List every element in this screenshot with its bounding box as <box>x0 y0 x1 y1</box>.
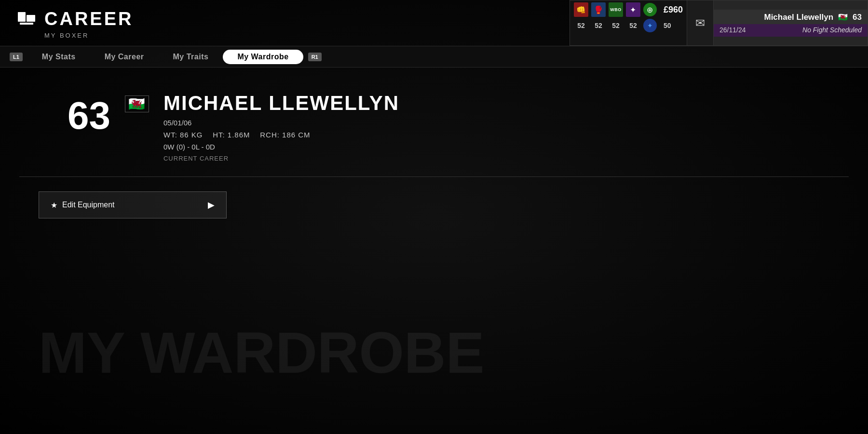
main-content: 63 🏴󠁧󠁢󠁷󠁬󠁳󠁿 MICHAEL LLEWELLYN 05/01/06 WT… <box>0 68 868 233</box>
career-logo-icon <box>14 7 39 31</box>
boxer-height: HT: 1.86M <box>213 131 250 139</box>
boxer-name: MICHAEL LLEWELLYN <box>163 92 399 115</box>
boxer-rating: 63 <box>68 96 110 135</box>
hud-money: £960 <box>664 5 683 15</box>
top-bar: CAREER MY BOXER 👊 🥊 WBO ✦ ⊕ £960 52 52 <box>0 0 868 46</box>
hud-val-2: 52 <box>591 22 606 29</box>
equipment-btn-left: ★ Edit Equipment <box>51 201 115 210</box>
boxer-weight: WT: 86 KG <box>163 131 203 139</box>
hud-player-block: Michael Llewellyn 🏴󠁧󠁢󠁷󠁬󠁳󠁿 63 26/11/24 No… <box>714 0 868 46</box>
edit-equipment-button[interactable]: ★ Edit Equipment ▶ <box>39 191 227 218</box>
rb-button[interactable]: R1 <box>308 53 322 61</box>
boxer-physical: WT: 86 KG HT: 1.86M RCH: 186 CM <box>163 131 399 139</box>
mail-icon: ✉ <box>695 16 705 30</box>
hud-icon-shield: 🥊 <box>591 2 606 17</box>
hud-icon-wbo: WBO <box>609 2 623 17</box>
boxer-info-group: MICHAEL LLEWELLYN 05/01/06 WT: 86 KG HT:… <box>163 92 399 162</box>
svg-rect-2 <box>20 23 33 25</box>
hud-icon-star-badge: ✦ <box>626 2 640 17</box>
my-boxer-label: MY BOXER <box>44 32 133 39</box>
boxer-record: 0W (0) - 0L - 0D <box>163 143 399 151</box>
player-name-row: Michael Llewellyn 🏴󠁧󠁢󠁷󠁬󠁳󠁿 63 <box>714 10 868 24</box>
boxer-reach: RCH: 186 CM <box>260 131 310 139</box>
svg-rect-1 <box>27 15 35 22</box>
mail-button[interactable]: ✉ <box>687 0 714 46</box>
logo-career: CAREER <box>14 7 133 31</box>
hud-icon-xp: ✦ <box>643 19 657 32</box>
lb-button[interactable]: L1 <box>10 53 23 61</box>
hud-val-1: 52 <box>574 22 588 29</box>
tab-my-stats[interactable]: My Stats <box>27 49 90 65</box>
hud-icon-coin: ⊕ <box>643 3 657 16</box>
bg-ghost-name: MY WARDROBE <box>39 319 485 386</box>
hud-val-4: 52 <box>626 22 640 29</box>
svg-rect-0 <box>18 12 26 22</box>
hud-cluster: 👊 🥊 WBO ✦ ⊕ £960 52 52 52 52 ✦ 50 <box>570 0 868 46</box>
chevron-right-icon: ▶ <box>208 200 215 210</box>
logo-area: CAREER MY BOXER <box>14 7 133 39</box>
player-date-row: 26/11/24 No Fight Scheduled <box>714 24 868 37</box>
player-flag: 🏴󠁧󠁢󠁷󠁬󠁳󠁿 <box>838 13 848 22</box>
tab-my-wardrobe[interactable]: My Wardrobe <box>223 50 303 64</box>
tab-my-career[interactable]: My Career <box>90 49 159 65</box>
star-icon: ★ <box>51 201 57 210</box>
boxer-flag: 🏴󠁧󠁢󠁷󠁬󠁳󠁿 <box>125 95 149 112</box>
no-fight-status: No Fight Scheduled <box>802 26 862 34</box>
player-hud-rating: 63 <box>853 13 862 22</box>
nav-tabs: L1 My Stats My Career My Traits My Wardr… <box>0 46 868 68</box>
equipment-btn-label: Edit Equipment <box>62 201 115 209</box>
career-title: CAREER <box>44 9 133 29</box>
hud-val-3: 52 <box>609 22 623 29</box>
hud-icon-fist: 👊 <box>574 2 588 17</box>
section-divider <box>19 176 849 177</box>
player-name: Michael Llewellyn <box>764 13 833 22</box>
hud-values-row: 52 52 52 52 ✦ 50 <box>574 19 683 32</box>
hud-icons-row: 👊 🥊 WBO ✦ ⊕ £960 <box>574 2 683 17</box>
hud-stats-block: 👊 🥊 WBO ✦ ⊕ £960 52 52 52 52 ✦ 50 <box>570 0 687 46</box>
boxer-dob: 05/01/06 <box>163 119 399 127</box>
boxer-career-label: CURRENT CAREER <box>163 155 399 162</box>
player-date: 26/11/24 <box>719 26 746 34</box>
tab-my-traits[interactable]: My Traits <box>159 49 223 65</box>
boxer-profile: 63 🏴󠁧󠁢󠁷󠁬󠁳󠁿 MICHAEL LLEWELLYN 05/01/06 WT… <box>19 82 849 176</box>
hud-val-5: 50 <box>664 22 671 29</box>
